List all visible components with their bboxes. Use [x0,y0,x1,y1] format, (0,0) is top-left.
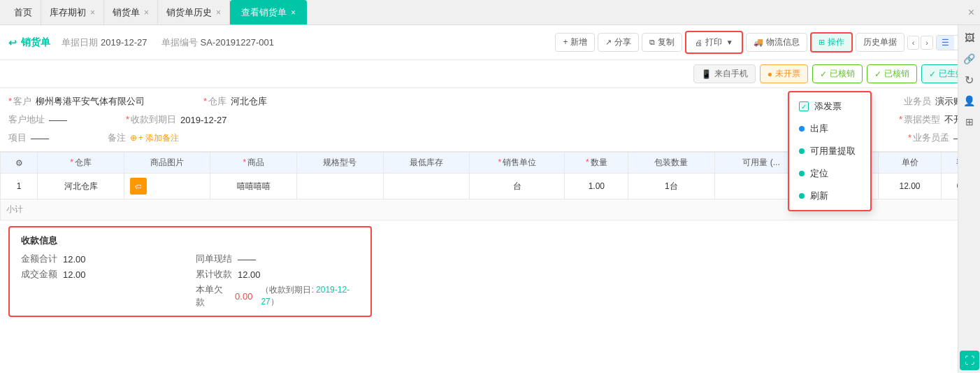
tab-sales-history[interactable]: 销货单历史 × [158,0,230,24]
payment-info-left: 金额合计 12.00 成交金额 12.00 [21,253,185,309]
address-field: 客户地址 —— [8,113,67,126]
dropdown-outbound[interactable]: 出库 [789,118,870,140]
grid-icon: ⊞ [819,38,825,47]
dropdown-available[interactable]: 可用量提取 [789,140,870,162]
teal-dot-locate-icon [799,171,805,176]
dropdown-locate[interactable]: 定位 [789,162,870,185]
tab-sales-order[interactable]: 销货单 × [104,0,158,24]
row-min-stock [383,174,470,199]
customer-field: 客户 柳州粤港平安气体有限公司 [8,95,145,108]
history-button[interactable]: 历史单据 [856,33,905,52]
ticket-status-btn[interactable]: ● 未开票 [760,64,808,83]
doc-title-text: 销货单 [21,36,50,49]
print-highlight-box: 🖨 打印 ▼ [685,31,743,54]
payment-info-right: 同单现结 —— 累计收款 12.00 本单欠款 0.00 （收款到期日: 201… [196,253,359,309]
check-icon: ✓ [820,69,827,79]
link-icon: 🔗 [963,53,975,64]
row-seq: 1 [1,174,38,199]
sidebar-expand-icon[interactable]: ⛶ [960,351,979,370]
doc-header: ↩ 销货单 单据日期 2019-12-27 单据编号 SA-20191227-0… [0,25,980,60]
add-note-button[interactable]: ⊕ + 添加备注 [130,132,179,144]
sidebar-user-icon[interactable]: 👤 [960,91,979,111]
product-image: 🏷 [130,178,147,195]
print-button[interactable]: 🖨 打印 ▼ [688,34,740,51]
main-content: ↩ 销货单 单据日期 2019-12-27 单据编号 SA-20191227-0… [0,25,980,373]
customer-value: 柳州粤港平安气体有限公司 [36,95,145,108]
prev-button[interactable]: ‹ [907,36,920,50]
image-icon: 🖼 [965,32,974,43]
col-product: 商品 [210,153,297,174]
logistics-button[interactable]: 🚚 物流信息 [746,33,807,52]
sidebar-link-icon[interactable]: 🔗 [960,49,979,69]
print-icon: 🖨 [695,38,702,47]
doc-number: 单据编号 SA-20191227-001 [161,36,275,49]
tab-home[interactable]: 首页 [6,0,41,24]
orange-dot-icon: ● [768,69,772,79]
share-icon: ↗ [605,38,612,47]
tab-bar: 首页 库存期初 × 销货单 × 销货单历史 × 查看销货单 × × [0,0,980,25]
next-button[interactable]: › [921,36,933,50]
dropdown-refresh[interactable]: 刷新 [789,185,870,207]
truck-icon: 🚚 [754,38,763,47]
payment-due-note: （收款到期日: 2019-12-27） [261,284,359,308]
tab-inventory-init[interactable]: 库存期初 × [41,0,104,24]
row-spec [297,174,384,199]
col-settings[interactable]: ⚙ [1,153,38,174]
sidebar-image-icon[interactable]: 🖼 [960,28,979,48]
col-min-stock: 最低库存 [383,153,470,174]
close-inventory-tab[interactable]: × [90,8,95,17]
status-bar: 📱 来自手机 ● 未开票 ✓ 已核销 ✓ 已核销 ✓ 已生效 [0,60,980,88]
window-close-button[interactable]: × [968,6,974,19]
transaction-amount-value: 12.00 [63,269,86,280]
new-button[interactable]: + 新增 [555,33,594,52]
plus-icon: ⊕ [130,133,137,143]
right-sidebar: 🖼 🔗 ↻ 👤 ⊞ ⛶ [958,25,980,373]
close-view-sales-tab[interactable]: × [291,8,296,17]
col-product-img: 商品图片 [124,153,210,174]
address-value: —— [49,115,67,125]
payment-date-field: 收款到期日 2019-12-27 [126,113,227,126]
col-spec: 规格型号 [297,153,384,174]
doc-title-icon: ↩ [8,37,17,48]
warehouse-field: 仓库 河北仓库 [203,95,267,108]
operations-button[interactable]: ⊞ 操作 [810,32,853,52]
user-icon: 👤 [963,95,975,106]
print-dropdown-arrow[interactable]: ▼ [726,38,733,46]
col-sales-unit: 销售单位 [470,153,565,174]
col-quantity: 数量 [565,153,628,174]
blue-dot-icon [799,126,805,132]
project-field: 项目 —— [8,132,49,144]
same-order-value: —— [238,254,256,265]
check2-icon: ✓ [874,69,881,79]
header-right: + 新增 ↗ 分享 ⧉ 复制 🖨 打印 ▼ [555,31,972,54]
add-invoice-checkbox[interactable]: ✓ [799,101,809,111]
row-product: 嘻嘻嘻嘻 [210,174,297,199]
total-amount-row: 金额合计 12.00 [21,253,185,265]
mobile-status-btn[interactable]: 📱 来自手机 [693,64,756,83]
nav-arrows: ‹ › [907,36,933,50]
copy-button[interactable]: ⧉ 复制 [642,33,682,52]
tab-view-sales[interactable]: 查看销货单 × [230,0,308,24]
expand-icon: ⛶ [965,355,974,366]
verified-status-btn[interactable]: ✓ 已核销 [812,64,863,83]
note-field: 备注 ⊕ + 添加备注 [108,132,179,144]
payment-date-value: 2019-12-27 [180,115,227,125]
close-sales-tab[interactable]: × [144,8,149,17]
dropdown-add-invoice[interactable]: ✓ 添发票 [789,95,870,118]
sidebar-table-icon[interactable]: ⊞ [960,112,979,132]
sold-status-btn[interactable]: ✓ 已核销 [867,64,917,83]
row-unit-price: 12.00 [879,174,941,199]
share-button[interactable]: ↗ 分享 [598,33,639,52]
warehouse-value: 河北仓库 [231,95,267,108]
row-quantity: 1.00 [565,174,628,199]
payment-info-box: 收款信息 金额合计 12.00 成交金额 12.00 同单现结 —— [8,226,372,317]
list-view-button[interactable]: ☰ [937,36,954,50]
close-history-tab[interactable]: × [216,8,221,17]
sidebar-refresh-icon[interactable]: ↻ [960,70,979,90]
row-package-qty: 1台 [628,174,715,199]
current-owed-row: 本单欠款 0.00 （收款到期日: 2019-12-27） [196,283,359,309]
mobile-icon: 📱 [701,69,712,79]
row-sales-unit: 台 [470,174,565,199]
doc-date: 单据日期 2019-12-27 [62,36,147,49]
total-amount-value: 12.00 [63,254,86,265]
